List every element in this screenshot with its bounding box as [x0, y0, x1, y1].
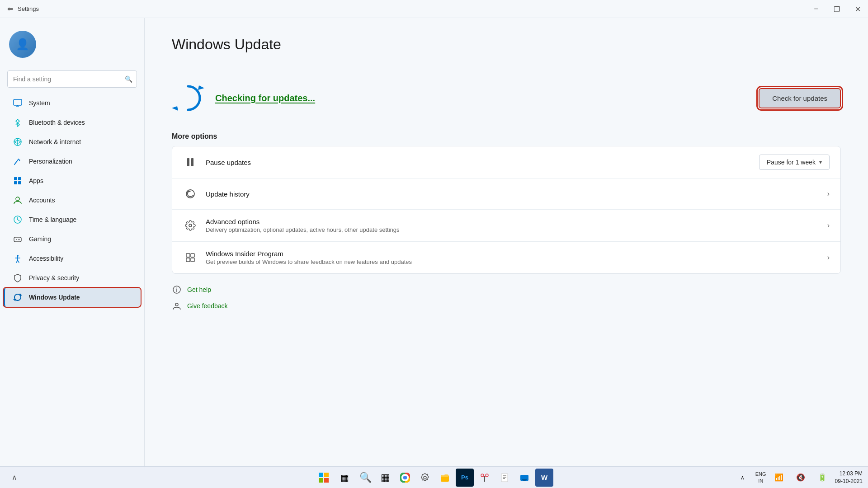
tray-expand[interactable]: ∧ [734, 469, 752, 487]
svg-rect-57 [522, 479, 527, 480]
taskbar-icon-app9[interactable] [515, 469, 533, 487]
taskbar-widgets-icon[interactable]: ▦ [335, 469, 354, 487]
taskbar-icon-files[interactable] [436, 469, 454, 487]
sidebar-item-personalization[interactable]: Personalization [4, 152, 141, 171]
taskbar-center: ▦ 🔍▦PsW [315, 469, 553, 487]
nav-label-system: System [29, 99, 50, 107]
svg-rect-42 [324, 478, 329, 483]
nav-icon-windows-update [13, 292, 23, 302]
sidebar-item-accessibility[interactable]: Accessibility [4, 249, 141, 268]
search-box: 🔍 [7, 70, 137, 88]
help-link-icon-get-help [172, 285, 182, 295]
start-button[interactable] [315, 469, 333, 487]
option-right-advanced-options: › [827, 221, 830, 230]
nav-label-network: Network & internet [29, 138, 81, 145]
option-title-pause-updates: Pause updates [206, 159, 751, 166]
battery-icon[interactable]: 🔋 [813, 469, 831, 487]
svg-rect-31 [186, 253, 190, 257]
svg-rect-58 [523, 480, 526, 481]
sidebar-item-bluetooth[interactable]: Bluetooth & devices [4, 113, 141, 132]
nav-label-windows-update: Windows Update [29, 294, 80, 301]
taskbar: ∧ ▦ 🔍▦PsW ∧ ENG IN 📶 🔇 🔋 12:03 PM 09-10-… [0, 466, 868, 488]
taskbar-expand-icon[interactable]: ∧ [5, 469, 24, 487]
help-link-get-help[interactable]: Get help [172, 285, 841, 295]
option-item-update-history[interactable]: Update history› [172, 178, 840, 210]
taskbar-icon-snip[interactable] [476, 469, 494, 487]
search-input[interactable] [7, 70, 137, 88]
sidebar-item-windows-update[interactable]: Windows Update [4, 288, 141, 307]
option-icon-pause-updates [183, 155, 198, 169]
taskbar-icon-notepad[interactable] [495, 469, 514, 487]
help-link-give-feedback[interactable]: Give feedback [172, 301, 841, 311]
nav-label-apps: Apps [29, 177, 43, 184]
nav-icon-network [13, 137, 23, 147]
taskbar-icon-chrome[interactable] [396, 469, 414, 487]
pause-dropdown[interactable]: Pause for 1 week▾ [759, 155, 830, 170]
sidebar-item-privacy[interactable]: Privacy & security [4, 268, 141, 287]
svg-rect-0 [14, 99, 22, 105]
nav-label-accounts: Accounts [29, 197, 55, 204]
update-status: Checking for updates... Check for update… [172, 82, 841, 114]
nav-icon-system [13, 98, 23, 108]
svg-rect-7 [14, 177, 17, 180]
taskbar-icon-search[interactable]: 🔍 [356, 469, 374, 487]
svg-point-36 [176, 288, 177, 289]
svg-rect-39 [319, 473, 323, 477]
svg-rect-33 [186, 258, 190, 262]
taskbar-clock[interactable]: 12:03 PM 09-10-2021 [835, 470, 863, 485]
nav-label-bluetooth: Bluetooth & devices [29, 119, 85, 126]
help-link-icon-give-feedback [172, 301, 182, 311]
nav-icon-gaming [13, 234, 23, 244]
option-desc-advanced-options: Delivery optimization, optional updates,… [206, 226, 819, 233]
nav-icon-accessibility [13, 253, 23, 263]
option-right-pause-updates: Pause for 1 week▾ [759, 155, 830, 170]
taskbar-icon-word[interactable]: W [535, 469, 553, 487]
option-title-advanced-options: Advanced options [206, 218, 819, 225]
sidebar-item-gaming[interactable]: Gaming [4, 230, 141, 249]
sidebar-item-time[interactable]: Time & language [4, 210, 141, 229]
update-spinner [172, 82, 204, 114]
svg-marker-23 [19, 293, 22, 296]
svg-rect-9 [14, 181, 17, 184]
sidebar-profile: 👤 [0, 23, 144, 65]
option-icon-insider-program [183, 250, 198, 265]
taskbar-right: ∧ ENG IN 📶 🔇 🔋 12:03 PM 09-10-2021 [734, 469, 863, 487]
minimize-button[interactable]: − [806, 0, 826, 18]
svg-point-11 [16, 197, 19, 201]
taskbar-icon-settings[interactable] [416, 469, 434, 487]
taskbar-icon-photoshop[interactable]: Ps [456, 469, 474, 487]
svg-marker-25 [198, 85, 204, 90]
option-text-advanced-options: Advanced optionsDelivery optimization, o… [206, 218, 819, 233]
sidebar-item-system[interactable]: System [4, 94, 141, 113]
sidebar-item-accounts[interactable]: Accounts [4, 191, 141, 210]
more-options-title: More options [172, 132, 841, 141]
nav-label-time: Time & language [29, 216, 76, 223]
nav-label-accessibility: Accessibility [29, 255, 63, 262]
clock-time: 12:03 PM [835, 470, 863, 478]
option-item-pause-updates[interactable]: Pause updatesPause for 1 week▾ [172, 146, 840, 178]
option-item-advanced-options[interactable]: Advanced optionsDelivery optimization, o… [172, 210, 840, 242]
taskbar-left: ∧ [5, 469, 24, 487]
option-text-pause-updates: Pause updates [206, 159, 751, 166]
sidebar: 👤 🔍 SystemBluetooth & devicesNetwork & i… [0, 18, 145, 470]
svg-marker-24 [13, 299, 16, 301]
nav-list: SystemBluetooth & devicesNetwork & inter… [0, 93, 144, 307]
check-updates-button[interactable]: Check for updates [759, 88, 841, 108]
chevron-right-icon-update-history: › [827, 190, 830, 198]
svg-marker-26 [172, 106, 178, 111]
close-button[interactable]: ✕ [847, 0, 868, 18]
svg-rect-34 [191, 258, 194, 262]
sidebar-item-network[interactable]: Network & internet [4, 132, 141, 151]
sidebar-item-apps[interactable]: Apps [4, 171, 141, 190]
nav-label-gaming: Gaming [29, 235, 51, 243]
options-list: Pause updatesPause for 1 week▾Update his… [172, 146, 841, 274]
maximize-button[interactable]: ❐ [826, 0, 847, 18]
wifi-icon[interactable]: 📶 [770, 469, 788, 487]
option-item-insider-program[interactable]: Windows Insider ProgramGet preview build… [172, 242, 840, 273]
avatar[interactable]: 👤 [9, 31, 36, 58]
volume-icon[interactable]: 🔇 [792, 469, 810, 487]
chevron-right-icon-insider-program: › [827, 253, 830, 262]
option-title-update-history: Update history [206, 190, 819, 198]
taskbar-icon-windows-menu[interactable]: ▦ [376, 469, 394, 487]
search-icon: 🔍 [125, 75, 132, 83]
